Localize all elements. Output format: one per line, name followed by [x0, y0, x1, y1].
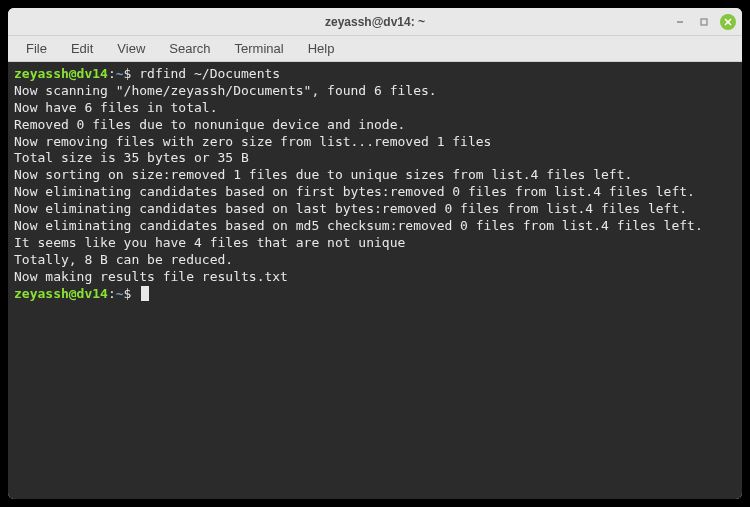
menu-edit[interactable]: Edit	[61, 38, 103, 59]
window-controls	[672, 14, 736, 30]
menu-terminal[interactable]: Terminal	[225, 38, 294, 59]
output-line: Removed 0 files due to nonunique device …	[14, 117, 736, 134]
output-line: Now scanning "/home/zeyassh/Documents", …	[14, 83, 736, 100]
output-line: Totally, 8 B can be reduced.	[14, 252, 736, 269]
output-line: Now eliminating candidates based on last…	[14, 201, 736, 218]
output-line: Now have 6 files in total.	[14, 100, 736, 117]
prompt-path: ~	[116, 66, 124, 81]
svg-rect-1	[701, 19, 707, 25]
command-text: rdfind ~/Documents	[139, 66, 280, 81]
minimize-icon	[675, 17, 685, 27]
menubar: File Edit View Search Terminal Help	[8, 36, 742, 62]
maximize-icon	[699, 17, 709, 27]
menu-help[interactable]: Help	[298, 38, 345, 59]
prompt-colon: :	[108, 286, 116, 301]
prompt-user-host: zeyassh@dv14	[14, 286, 108, 301]
prompt-path: ~	[116, 286, 124, 301]
output-line: It seems like you have 4 files that are …	[14, 235, 736, 252]
prompt-symbol: $	[124, 66, 132, 81]
window-title: zeyassh@dv14: ~	[325, 15, 425, 29]
menu-file[interactable]: File	[16, 38, 57, 59]
cursor	[141, 286, 149, 301]
close-icon	[724, 18, 732, 26]
terminal-line: zeyassh@dv14:~$	[14, 286, 736, 303]
prompt-user-host: zeyassh@dv14	[14, 66, 108, 81]
output-line: Now sorting on size:removed 1 files due …	[14, 167, 736, 184]
menu-search[interactable]: Search	[159, 38, 220, 59]
output-line: Now eliminating candidates based on firs…	[14, 184, 736, 201]
minimize-button[interactable]	[672, 14, 688, 30]
prompt-colon: :	[108, 66, 116, 81]
titlebar: zeyassh@dv14: ~	[8, 8, 742, 36]
output-line: Now eliminating candidates based on md5 …	[14, 218, 736, 235]
output-line: Now making results file results.txt	[14, 269, 736, 286]
maximize-button[interactable]	[696, 14, 712, 30]
output-line: Total size is 35 bytes or 35 B	[14, 150, 736, 167]
output-line: Now removing files with zero size from l…	[14, 134, 736, 151]
close-button[interactable]	[720, 14, 736, 30]
terminal-line: zeyassh@dv14:~$ rdfind ~/Documents	[14, 66, 736, 83]
prompt-symbol: $	[124, 286, 132, 301]
menu-view[interactable]: View	[107, 38, 155, 59]
terminal-window: zeyassh@dv14: ~ File Edit View Search Te…	[8, 8, 742, 499]
terminal-area[interactable]: zeyassh@dv14:~$ rdfind ~/Documents Now s…	[8, 62, 742, 499]
